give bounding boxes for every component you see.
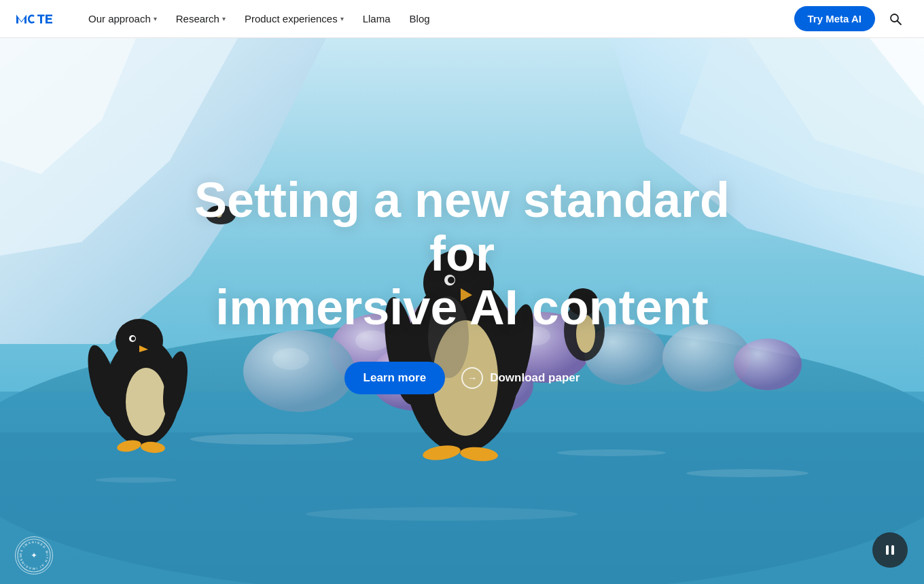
navbar: Our approach ▾ Research ▾ Product experi… (0, 0, 924, 38)
pause-icon (884, 544, 896, 556)
chevron-down-icon: ▾ (340, 15, 344, 22)
arrow-right-icon: → (461, 367, 483, 389)
pause-button[interactable] (872, 532, 908, 568)
nav-blog[interactable]: Blog (402, 7, 438, 30)
try-meta-ai-button[interactable]: Try Meta AI (794, 6, 875, 31)
nav-research[interactable]: Research ▾ (168, 7, 234, 30)
hero-title: Setting a new standard for immersive AI … (156, 173, 768, 335)
search-button[interactable] (883, 7, 908, 31)
chevron-down-icon: ▾ (154, 15, 157, 22)
hero-actions: Learn more → Download paper (344, 362, 580, 394)
nav-links: Our approach ▾ Research ▾ Product experi… (80, 7, 794, 30)
hero-section: Setting a new standard for immersive AI … (0, 0, 924, 584)
svg-line-1 (898, 20, 902, 24)
nav-llama[interactable]: Llama (355, 7, 399, 30)
svg-rect-62 (891, 545, 894, 555)
svg-rect-61 (886, 545, 889, 555)
meta-logo[interactable] (16, 11, 58, 27)
chevron-down-icon: ▾ (222, 15, 226, 22)
search-icon (889, 12, 902, 26)
nav-our-approach[interactable]: Our approach ▾ (80, 7, 165, 30)
download-paper-button[interactable]: → Download paper (461, 367, 580, 389)
nav-product-experiences[interactable]: Product experiences ▾ (236, 7, 352, 30)
nav-right: Try Meta AI (794, 6, 908, 31)
hero-content: Setting a new standard for immersive AI … (0, 38, 924, 584)
learn-more-button[interactable]: Learn more (344, 362, 446, 394)
